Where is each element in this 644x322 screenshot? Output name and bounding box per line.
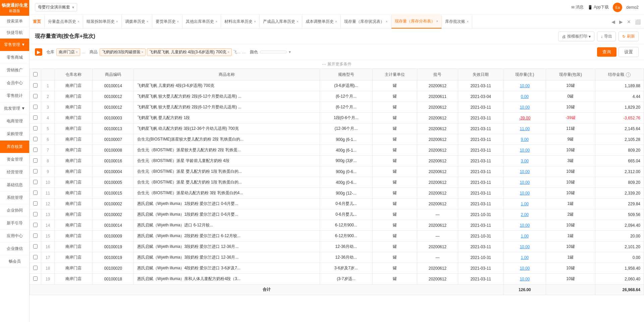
row-qty-main[interactable]: 0.00 [503, 91, 546, 102]
message-button[interactable]: ✉ 消息 [571, 4, 584, 10]
row-checkbox[interactable] [30, 166, 41, 177]
row-checkbox[interactable] [30, 80, 41, 91]
product-more-label[interactable]: 飞... [233, 49, 240, 55]
sidebar-item-member[interactable]: 会员中心 [0, 77, 29, 90]
sidebar-item-member2[interactable]: 畅会员 [0, 255, 29, 268]
quick-nav-button[interactable]: 快捷导航 [0, 27, 29, 39]
sidebar-item-purchase[interactable]: 采购管理 [0, 128, 29, 141]
tab-mix[interactable]: 调拨单历史 × [122, 15, 152, 29]
row-checkbox[interactable] [30, 145, 41, 156]
row-checkbox[interactable] [30, 123, 41, 134]
row-qty-main[interactable]: 11.00 [503, 123, 546, 134]
row-qty-main[interactable]: 10.00 [503, 263, 546, 274]
row-checkbox[interactable] [30, 220, 41, 231]
row-checkbox[interactable] [30, 102, 41, 113]
color-select[interactable] [260, 51, 287, 53]
expand-filter-button[interactable]: ⋯ 展开更多条件 [322, 61, 352, 67]
row-checkbox[interactable] [30, 263, 41, 274]
tab-cost-adjust-close[interactable]: × [335, 20, 337, 23]
row-qty-main[interactable]: -39.00 [503, 113, 546, 123]
row-qty-main[interactable]: 10.00 [503, 102, 546, 113]
row-qty-main[interactable]: 10.00 [503, 274, 546, 284]
print-button[interactable]: 🖨 按模板打印 ▾ [558, 32, 594, 41]
tab-maximize-button[interactable]: ⬜ [635, 19, 641, 24]
row-checkbox[interactable] [30, 274, 41, 284]
row-checkbox[interactable] [30, 199, 41, 209]
select-all-checkbox[interactable] [33, 72, 38, 76]
tab-mix-close[interactable]: × [147, 20, 149, 23]
row-checkbox[interactable] [30, 113, 41, 123]
product-more-dots[interactable]: … [242, 50, 246, 54]
tab-close-all-button[interactable]: ✕ [627, 19, 631, 24]
tab-disassemble-close[interactable]: × [116, 20, 118, 23]
refresh-button[interactable]: ↻ 刷新 [619, 32, 639, 41]
sidebar-item-retail[interactable]: 零售管理 ▼ [0, 39, 29, 51]
sidebar-item-guide[interactable]: 新手引导 [0, 217, 29, 230]
sidebar-item-marketing[interactable]: 营销推广 [0, 64, 29, 77]
tab-other-out[interactable]: 其他出库单历史 × [182, 15, 221, 29]
row-qty-main[interactable]: 1.00 [503, 231, 546, 241]
tab-batch-account-close[interactable]: × [467, 20, 469, 23]
warehouse-select[interactable]: 母婴行业演示账套 ▾ [35, 3, 77, 11]
row-qty-main[interactable]: 10.00 [503, 220, 546, 231]
amount-info-icon[interactable]: i [626, 72, 631, 77]
row-checkbox[interactable] [30, 156, 41, 166]
tab-request-close[interactable]: × [177, 20, 179, 23]
warehouse-tag-close[interactable]: × [76, 50, 78, 54]
tab-inventory-dist-close[interactable]: × [436, 19, 438, 23]
tab-prev-button[interactable]: ◀ [611, 19, 615, 24]
warehouse-more-dots[interactable]: … [82, 50, 86, 54]
tab-cost-adjust[interactable]: 成本调整单历史 × [302, 15, 341, 29]
export-button[interactable]: ↓ 导出 [597, 32, 616, 41]
sidebar-item-system[interactable]: 系统管理 [0, 192, 29, 204]
tab-split-inventory[interactable]: 分量盘点单历史 × [45, 15, 83, 29]
sidebar-item-stats[interactable]: 零售统计 [0, 90, 29, 102]
product-tag-2-close[interactable]: × [227, 50, 229, 54]
search-menu-button[interactable]: 搜索菜单 [0, 16, 29, 27]
sidebar-item-apps[interactable]: 应用中心 [0, 230, 29, 243]
sidebar-item-ecommerce[interactable]: 电商管理 [0, 115, 29, 128]
tab-material-out[interactable]: 材料出库单历史 × [221, 15, 260, 29]
tab-material-out-close[interactable]: × [254, 20, 256, 23]
row-qty-main[interactable]: 10.00 [503, 166, 546, 177]
row-checkbox[interactable] [30, 209, 41, 220]
row-qty-main[interactable]: 9.00 [503, 134, 546, 145]
tab-other-out-close[interactable]: × [215, 20, 217, 23]
tab-inventory-dist[interactable]: 现存量（库存分布表） × [391, 15, 442, 29]
row-checkbox[interactable] [30, 177, 41, 188]
row-qty-main[interactable]: 10.00 [503, 241, 546, 252]
user-avatar[interactable]: Ea [613, 3, 622, 12]
tab-request[interactable]: 要货单历史 × [152, 15, 183, 29]
sidebar-item-retail-shop[interactable]: 零售商城 [0, 51, 29, 64]
sidebar-item-operation[interactable]: 经营管理 [0, 166, 29, 179]
tab-inventory-status-close[interactable]: × [386, 20, 388, 23]
app-download-button[interactable]: 📱 App下载 [588, 4, 609, 10]
sidebar-item-wechat[interactable]: 企业微信 [0, 243, 29, 255]
tab-product-in-close[interactable]: × [297, 20, 299, 23]
tab-batch-account[interactable]: 库存批次账 × [442, 15, 472, 29]
sidebar-item-wholesale[interactable]: 批发管理 ▼ [0, 102, 29, 115]
row-checkbox[interactable] [30, 241, 41, 252]
row-qty-main[interactable]: 1.00 [503, 199, 546, 209]
row-checkbox[interactable] [30, 231, 41, 241]
row-qty-main[interactable]: 10.00 [503, 80, 546, 91]
query-button[interactable]: 查询 [597, 47, 616, 57]
row-qty-main[interactable]: 10.00 [503, 188, 546, 199]
row-qty-main[interactable]: 3.00 [503, 156, 546, 166]
row-checkbox[interactable] [30, 91, 41, 102]
settings-button[interactable]: 设置 [619, 47, 639, 57]
row-qty-main[interactable]: 1.00 [503, 252, 546, 263]
tab-home[interactable]: 首页 [30, 15, 45, 29]
product-tag-1-close[interactable]: × [142, 50, 144, 54]
row-checkbox[interactable] [30, 252, 41, 263]
filter-toggle-button[interactable]: ▶ [35, 48, 42, 56]
row-qty-main[interactable]: 10.00 [503, 177, 546, 188]
row-qty-main[interactable]: 2.00 [503, 209, 546, 220]
tab-split-inventory-close[interactable]: × [77, 20, 79, 23]
sidebar-logo[interactable]: 畅捷通好生意 标题版 [0, 0, 29, 16]
sidebar-item-finance[interactable]: 资金管理 [0, 153, 29, 166]
sidebar-item-basic[interactable]: 基础信息 [0, 179, 29, 192]
row-qty-main[interactable]: 10.00 [503, 145, 546, 156]
row-checkbox[interactable] [30, 134, 41, 145]
tab-disassemble[interactable]: 组装拆卸单历史 × [83, 15, 122, 29]
